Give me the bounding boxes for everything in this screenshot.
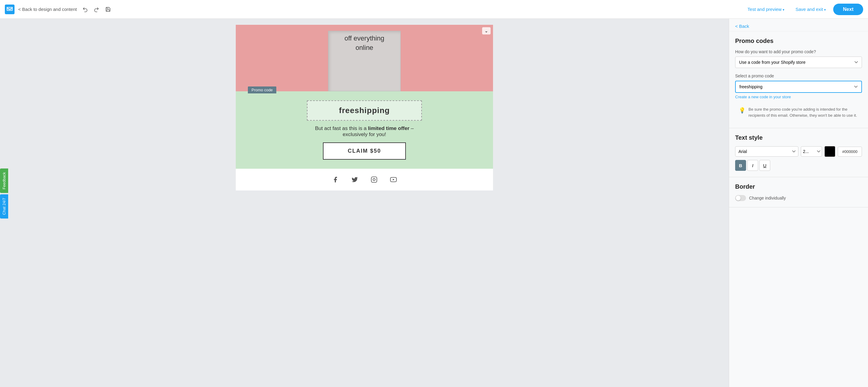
- facebook-icon[interactable]: [331, 175, 340, 184]
- save-button[interactable]: [103, 5, 113, 14]
- info-icon: 💡: [739, 107, 745, 114]
- promo-code-select[interactable]: freeshipping: [735, 81, 862, 93]
- size-select[interactable]: 2...: [801, 146, 822, 156]
- promo-label-tag: Promo code: [248, 86, 276, 94]
- image-text: off everythingonline: [344, 34, 384, 52]
- svg-rect-3: [371, 177, 377, 182]
- underline-button[interactable]: U: [760, 160, 770, 171]
- promo-codes-section: Promo codes How do you want to add your …: [729, 31, 868, 128]
- text-style-row: Arial 2... #000000: [735, 146, 862, 157]
- test-preview-button[interactable]: Test and preview▾: [744, 4, 788, 14]
- select-code-label: Select a promo code: [735, 73, 862, 78]
- back-to-design-link[interactable]: < Back to design and content: [18, 7, 77, 12]
- redo-button[interactable]: [92, 5, 101, 14]
- topbar-left: < Back to design and content: [5, 4, 113, 14]
- font-select[interactable]: Arial: [735, 146, 798, 156]
- add-code-select[interactable]: Use a code from your Shopify store: [735, 57, 862, 68]
- youtube-icon[interactable]: [389, 175, 398, 184]
- promo-code-box[interactable]: freeshipping: [307, 100, 422, 120]
- save-exit-button[interactable]: Save and exit▾: [792, 4, 830, 14]
- collapse-button[interactable]: ⌄: [482, 27, 491, 34]
- side-tabs: Feedback Chat 24/7: [0, 168, 8, 218]
- color-swatch[interactable]: [825, 146, 835, 157]
- main-layout: ⌄ off everythingonline: [0, 19, 868, 387]
- italic-button[interactable]: I: [747, 160, 758, 171]
- chat-tab[interactable]: Chat 24/7: [0, 194, 8, 218]
- email-canvas: ⌄ off everythingonline: [236, 25, 493, 190]
- right-panel: < Back Promo codes How do you want to ad…: [729, 19, 868, 387]
- topbar: < Back to design and content: [0, 0, 868, 19]
- email-image-section[interactable]: ⌄ off everythingonline: [236, 25, 493, 91]
- color-value: #000000: [838, 147, 862, 156]
- topbar-icons: [81, 5, 113, 14]
- border-title: Border: [735, 183, 862, 190]
- next-button[interactable]: Next: [833, 4, 863, 15]
- promo-text: But act fast as this is a limited time o…: [315, 126, 414, 138]
- info-box: 💡 Be sure the promo code you're adding i…: [735, 103, 862, 122]
- claim-button[interactable]: CLAIM $50: [323, 142, 406, 160]
- text-style-title: Text style: [735, 134, 862, 141]
- add-code-label: How do you want to add your promo code?: [735, 49, 862, 54]
- svg-marker-5: [393, 179, 394, 180]
- text-style-section: Text style Arial 2... #000000 B I U: [729, 128, 868, 177]
- logo-icon: [5, 4, 14, 14]
- border-toggle[interactable]: [735, 195, 746, 201]
- border-change-label: Change individually: [749, 196, 786, 201]
- instagram-icon[interactable]: [369, 175, 379, 184]
- social-row: [236, 169, 493, 190]
- info-text: Be sure the promo code you're adding is …: [748, 106, 858, 118]
- promo-section[interactable]: Promo code freeshipping But act fast as …: [236, 91, 493, 169]
- canvas-area[interactable]: ⌄ off everythingonline: [0, 19, 729, 387]
- panel-back-link[interactable]: < Back: [729, 19, 868, 31]
- topbar-right: Test and preview▾ Save and exit▾ Next: [744, 4, 863, 15]
- twitter-icon[interactable]: [350, 175, 360, 184]
- feedback-tab[interactable]: Feedback: [0, 168, 8, 193]
- panel-title: Promo codes: [735, 37, 862, 44]
- border-section: Border Change individually: [729, 177, 868, 207]
- bold-button[interactable]: B: [735, 160, 746, 171]
- format-row: B I U: [735, 160, 862, 171]
- undo-button[interactable]: [81, 5, 90, 14]
- create-code-link[interactable]: Create a new code in your store: [735, 95, 862, 99]
